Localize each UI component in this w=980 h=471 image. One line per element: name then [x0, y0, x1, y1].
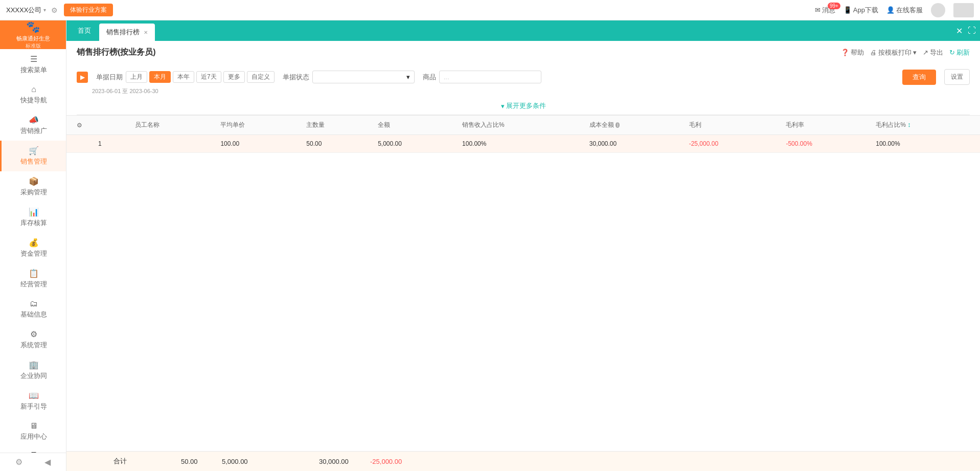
enterprise-icon: 🏢 — [29, 360, 39, 370]
footer-label: 合计 — [113, 457, 127, 465]
refresh-label: 刷新 — [956, 48, 970, 57]
col-avg-price: 平均单价 — [214, 116, 300, 135]
footer-qty-cell: 50.00 — [175, 458, 216, 465]
sidebar-item-wechat[interactable]: 💬 企业微信 — [0, 446, 66, 453]
sidebar-item-enterprise[interactable]: 🏢 企业协同 — [0, 355, 66, 386]
app-download-label: App下载 — [853, 6, 878, 15]
tab-home[interactable]: 首页 — [71, 20, 98, 41]
sidebar-item-quicknav[interactable]: ⌂ 快捷导航 — [0, 80, 66, 110]
footer-gross-cell: -25,000.00 — [364, 458, 408, 465]
online-service-label: 在线客服 — [896, 6, 923, 15]
sidebar-settings-button[interactable]: ⚙ — [15, 457, 22, 467]
export-button[interactable]: ↗ 导出 — [923, 48, 943, 57]
data-table: ⚙ 员工名称 平均单价 主数量 全额 销售收入占比% 成本全额 i 毛利 毛利率… — [66, 116, 980, 153]
sidebar-item-label: 基础信息 — [20, 310, 47, 319]
goods-input[interactable]: ... — [439, 71, 541, 83]
export-label: 导出 — [930, 48, 943, 57]
trial-button[interactable]: 体验行业方案 — [64, 4, 113, 16]
footer-cost-cell: 30,000.00 — [313, 458, 364, 465]
help-icon: ❓ — [841, 49, 849, 56]
home-icon: ⌂ — [31, 85, 36, 94]
cost-info-icon: i — [616, 122, 620, 128]
sidebar-item-label: 搜索菜单 — [20, 65, 47, 75]
date-range-display: 2023-06-01 至 2023-06-30 — [92, 87, 970, 95]
filter-toggle-button[interactable]: ▶ — [77, 72, 88, 83]
footer-cost: 30,000.00 — [319, 458, 349, 465]
help-button[interactable]: ❓ 帮助 — [841, 48, 864, 57]
date-prev-month-button[interactable]: 上月 — [126, 71, 147, 83]
message-button[interactable]: ✉ 消息 99+ — [815, 6, 835, 15]
sidebar-collapse-button[interactable]: ◀ — [44, 457, 51, 467]
settings-icon[interactable]: ⚙ — [51, 6, 58, 14]
avatar-name[interactable] — [953, 3, 974, 17]
print-button[interactable]: 🖨 按模板打印 ▾ — [870, 48, 917, 57]
date-range-text: 2023-06-01 至 2023-06-30 — [92, 88, 158, 94]
tab-sales-ranking[interactable]: 销售排行榜 ✕ — [99, 24, 155, 41]
online-service-button[interactable]: 👤 在线客服 — [886, 6, 923, 15]
table-container: ⚙ 员工名称 平均单价 主数量 全额 销售收入占比% 成本全额 i 毛利 毛利率… — [66, 116, 980, 451]
sidebar-item-finance[interactable]: 💰 资金管理 — [0, 233, 66, 263]
date-7days-button[interactable]: 近7天 — [196, 71, 221, 83]
date-current-month-button[interactable]: 本月 — [149, 71, 171, 83]
operations-icon: 📋 — [29, 268, 39, 278]
date-custom-button[interactable]: 自定义 — [247, 71, 275, 83]
message-badge: 99+ — [828, 3, 840, 9]
app-download-button[interactable]: 📱 App下载 — [844, 6, 878, 15]
company-chevron-icon: ▾ — [43, 7, 46, 13]
col-rank — [92, 116, 129, 135]
top-right-area: ✉ 消息 99+ 📱 App下载 👤 在线客服 — [815, 3, 974, 17]
sidebar-item-basic-info[interactable]: 🗂 基础信息 — [0, 294, 66, 324]
settings-button[interactable]: 设置 — [944, 69, 970, 85]
sidebar-item-apps[interactable]: 🖥 应用中心 — [0, 416, 66, 446]
company-selector[interactable]: XXXXX公司 ▾ — [6, 6, 46, 15]
date-filter-item: 单据日期 上月 本月 本年 近7天 更多 自定义 — [96, 71, 275, 83]
message-icon: ✉ — [815, 6, 821, 14]
page-content: 销售排行榜(按业务员) ❓ 帮助 🖨 按模板打印 ▾ ↗ — [66, 41, 980, 471]
col-settings[interactable]: ⚙ — [66, 116, 92, 135]
sidebar-item-label: 企业协同 — [20, 371, 47, 380]
basic-info-icon: 🗂 — [30, 299, 38, 308]
sidebar-item-search[interactable]: ☰ 搜索菜单 — [0, 49, 66, 80]
tab-close-window-icon[interactable]: ✕ — [956, 26, 963, 36]
query-button[interactable]: 查询 — [902, 70, 936, 85]
avatar[interactable] — [931, 3, 945, 17]
sidebar-item-inventory[interactable]: 📊 库存核算 — [0, 202, 66, 233]
gross-pct-sort-icon: ↕ — [907, 121, 911, 128]
content-area: 首页 销售排行榜 ✕ ✕ ⛶ 销售排行榜(按业务员) ❓ 帮助 — [66, 20, 980, 471]
col-qty: 主数量 — [300, 116, 372, 135]
sidebar: 🐾 畅康通好生意 标准版 ☰ 搜索菜单 ⌂ 快捷导航 📣 营销推广 🛒 销售管理 — [0, 20, 66, 471]
sidebar-item-guide[interactable]: 📖 新手引导 — [0, 386, 66, 416]
refresh-icon: ↻ — [949, 49, 955, 56]
footer-amount-cell: 5,000.00 — [216, 458, 262, 465]
status-select[interactable]: ▾ — [312, 71, 415, 83]
app-icon: 📱 — [844, 6, 852, 14]
inventory-icon: 📊 — [29, 207, 39, 217]
apps-icon: 🖥 — [30, 421, 38, 431]
col-gross-pct: 毛利占比% ↕ — [870, 116, 980, 135]
sidebar-item-marketing[interactable]: 📣 营销推广 — [0, 110, 66, 141]
purchase-icon: 📦 — [29, 176, 39, 186]
sidebar-item-label: 采购管理 — [20, 188, 47, 197]
col-cost: 成本全额 i — [583, 116, 683, 135]
goods-more-icon: ... — [444, 73, 449, 81]
tab-expand-icon[interactable]: ⛶ — [968, 26, 976, 36]
row-gross-cell: -25,000.00 — [683, 135, 780, 153]
sidebar-item-purchase[interactable]: 📦 采购管理 — [0, 171, 66, 202]
date-more-button[interactable]: 更多 — [223, 71, 245, 83]
export-icon: ↗ — [923, 49, 928, 56]
col-gross-rate: 毛利率 — [780, 116, 870, 135]
col-sales-pct: 销售收入占比% — [456, 116, 583, 135]
sidebar-item-operations[interactable]: 📋 经营管理 — [0, 263, 66, 294]
company-name: XXXXX公司 — [6, 6, 41, 15]
date-current-year-button[interactable]: 本年 — [173, 71, 194, 83]
expand-more-button[interactable]: ▾ 展开更多条件 — [501, 99, 546, 113]
row-name-cell — [129, 135, 215, 153]
sidebar-item-label: 营销推广 — [20, 126, 47, 136]
refresh-button[interactable]: ↻ 刷新 — [949, 48, 970, 57]
row-rank-cell: 1 — [92, 135, 129, 153]
tab-close-icon[interactable]: ✕ — [144, 30, 148, 35]
sidebar-menu: ☰ 搜索菜单 ⌂ 快捷导航 📣 营销推广 🛒 销售管理 📦 采购管理 📊 库 — [0, 49, 66, 453]
sidebar-item-system[interactable]: ⚙ 系统管理 — [0, 324, 66, 355]
sidebar-item-sales[interactable]: 🛒 销售管理 — [0, 141, 66, 171]
table-row: 1 100.00 50.00 5,000.00 100.00% 30,000.0… — [66, 135, 980, 153]
